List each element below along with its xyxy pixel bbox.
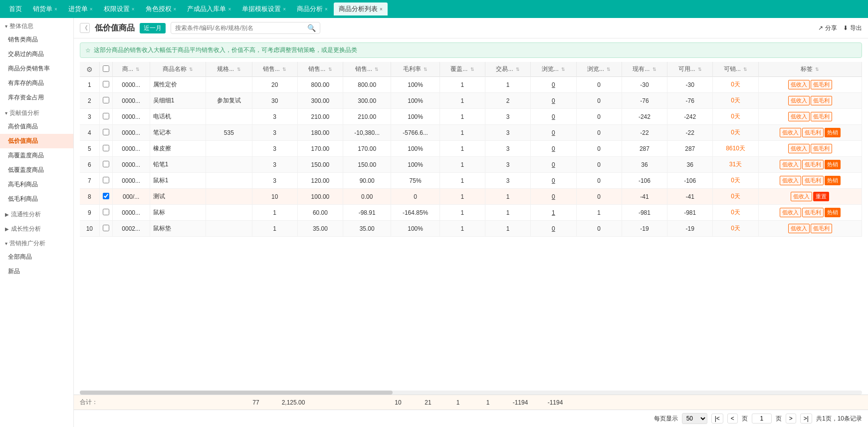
cell-current-stock: -981 [622, 205, 667, 221]
col-tags: 标签 ⇅ [758, 62, 862, 77]
cell-available-stock: -981 [667, 205, 713, 221]
nav-purchase-order[interactable]: 进货单 × [63, 2, 98, 15]
cell-view1: 0 [531, 141, 576, 157]
cell-view2: 1 [576, 205, 622, 221]
search-input[interactable] [175, 24, 304, 31]
cell-gross-margin: 75% [391, 173, 439, 189]
row-checkbox[interactable] [103, 145, 109, 151]
table-row: 10 0002... 鼠标垫 1 35.00 35.00 100% 1 1 0 … [80, 221, 862, 237]
view1-link[interactable]: 0 [552, 129, 555, 136]
view1-link[interactable]: 0 [552, 113, 555, 120]
close-icon[interactable]: × [132, 6, 135, 12]
page-size-select[interactable]: 50 100 200 [682, 413, 707, 424]
nav-product-analysis[interactable]: 商品分析 × [292, 2, 333, 15]
view1-link[interactable]: 0 [552, 145, 555, 152]
tag-badge: 低收入 [791, 192, 812, 201]
settings-icon[interactable]: ⚙ [86, 65, 93, 73]
cell-checkbox [99, 157, 112, 173]
view1-link[interactable]: 0 [552, 81, 555, 88]
first-page-button[interactable]: |< [711, 414, 723, 424]
search-icon[interactable]: 🔍 [307, 24, 316, 32]
filter-tag-recent-month[interactable]: 近一月 [140, 23, 166, 33]
cell-view2: 0 [576, 141, 622, 157]
close-icon[interactable]: × [228, 6, 231, 12]
cell-code: 0002... [112, 221, 150, 237]
share-button[interactable]: ↗ 分享 [818, 24, 837, 32]
nav-sales-order[interactable]: 销货单 × [28, 2, 62, 15]
tag-badge: 热销 [825, 176, 841, 185]
cell-trade: 2 [485, 93, 531, 109]
close-icon[interactable]: × [54, 6, 57, 12]
view1-link[interactable]: 0 [552, 97, 555, 104]
nav-product-inbound[interactable]: 产成品入库单 × [182, 2, 236, 15]
sidebar-item-high-profit[interactable]: 高毛利商品 [0, 177, 73, 192]
cell-sellable: 0天 [713, 221, 758, 237]
export-button[interactable]: ⬇ 导出 [843, 24, 862, 32]
cell-sales-val: 35.00 [343, 221, 391, 237]
cell-view1: 0 [531, 189, 576, 205]
select-all-checkbox[interactable] [103, 65, 109, 72]
col-view2: 浏览... ⇅ [576, 62, 622, 77]
col-code: 商... ⇅ [112, 62, 150, 77]
sidebar-group-overall[interactable]: ▾ 整体信息 [0, 18, 73, 32]
sidebar-item-traded-products[interactable]: 交易过的商品 [0, 47, 73, 61]
nav-product-analysis-list[interactable]: 商品分析列表 × [334, 2, 388, 15]
cell-sales-amt: 60.00 [297, 205, 343, 221]
cell-view2: 0 [576, 77, 622, 93]
next-page-button[interactable]: > [786, 414, 796, 424]
cell-view1: 0 [531, 221, 576, 237]
page-go-label: 页 [776, 415, 782, 423]
table-row: 1 0000... 属性定价 20 800.00 800.00 100% 1 1… [80, 77, 862, 93]
sidebar-item-low-coverage[interactable]: 低覆盖度商品 [0, 163, 73, 177]
sidebar-item-low-value[interactable]: 低价值商品 [0, 134, 73, 148]
view1-link[interactable]: 0 [552, 161, 555, 168]
scrollbar-thumb[interactable] [80, 391, 393, 395]
nav-role-auth[interactable]: 角色授权 × [141, 2, 182, 15]
row-checkbox[interactable] [103, 161, 109, 167]
sidebar-item-new-products[interactable]: 新品 [0, 264, 73, 279]
notice-icon: ☆ [85, 47, 91, 54]
close-icon[interactable]: × [90, 6, 93, 12]
notice-bar: ☆ 这部分商品的销售收入大幅低于商品平均销售收入，价值不高，可考虑调整营销策略，… [80, 42, 862, 58]
collapse-sidebar-button[interactable]: 《 [80, 23, 90, 33]
horizontal-scrollbar[interactable] [80, 391, 862, 395]
sidebar-item-high-value[interactable]: 高价值商品 [0, 119, 73, 134]
row-checkbox[interactable] [103, 193, 109, 199]
row-checkbox[interactable] [103, 225, 109, 231]
view1-link[interactable]: 1 [552, 209, 555, 216]
row-checkbox[interactable] [103, 129, 109, 135]
view1-link[interactable]: 0 [552, 225, 555, 232]
sidebar-item-low-profit[interactable]: 低毛利商品 [0, 192, 73, 206]
close-icon[interactable]: × [174, 6, 177, 12]
sidebar-item-inventory-capital[interactable]: 库存资金占用 [0, 90, 73, 105]
sidebar-group-marketing[interactable]: ▾ 营销推广分析 [0, 235, 73, 250]
prev-page-button[interactable]: < [727, 414, 738, 424]
view1-link[interactable]: 0 [552, 193, 555, 200]
page-number-input[interactable] [752, 414, 772, 424]
view1-link[interactable]: 0 [552, 177, 555, 184]
last-page-button[interactable]: >| [800, 414, 812, 424]
sidebar-item-all-products[interactable]: 全部商品 [0, 250, 73, 264]
sidebar-group-contribution[interactable]: ▾ 贡献值分析 [0, 105, 73, 119]
nav-permission-settings[interactable]: 权限设置 × [99, 2, 140, 15]
row-checkbox[interactable] [103, 113, 109, 119]
cell-code: 0000... [112, 109, 150, 125]
tag-badge: 低收入 [788, 144, 810, 153]
sidebar-item-stocked-products[interactable]: 有库存的商品 [0, 76, 73, 90]
row-checkbox[interactable] [103, 177, 109, 183]
cell-available-stock: -30 [667, 77, 713, 93]
sidebar-item-sales-products[interactable]: 销售类商品 [0, 32, 73, 47]
table-row: 2 0000... 吴细细1 参加复试 30 300.00 300.00 100… [80, 93, 862, 109]
close-icon[interactable]: × [380, 6, 383, 12]
row-checkbox[interactable] [103, 97, 109, 103]
row-checkbox[interactable] [103, 81, 109, 87]
sidebar-group-growth[interactable]: ▶ 成长性分析 [0, 221, 73, 235]
nav-home[interactable]: 首页 [4, 2, 27, 15]
close-icon[interactable]: × [283, 6, 286, 12]
sidebar-group-circulation[interactable]: ▶ 流通性分析 [0, 206, 73, 221]
nav-template-settings[interactable]: 单据模板设置 × [237, 2, 291, 15]
sidebar-item-high-coverage[interactable]: 高覆盖度商品 [0, 148, 73, 163]
sidebar-item-category-sales-rate[interactable]: 商品分类销售率 [0, 61, 73, 76]
close-icon[interactable]: × [325, 6, 328, 12]
row-checkbox[interactable] [103, 209, 109, 215]
